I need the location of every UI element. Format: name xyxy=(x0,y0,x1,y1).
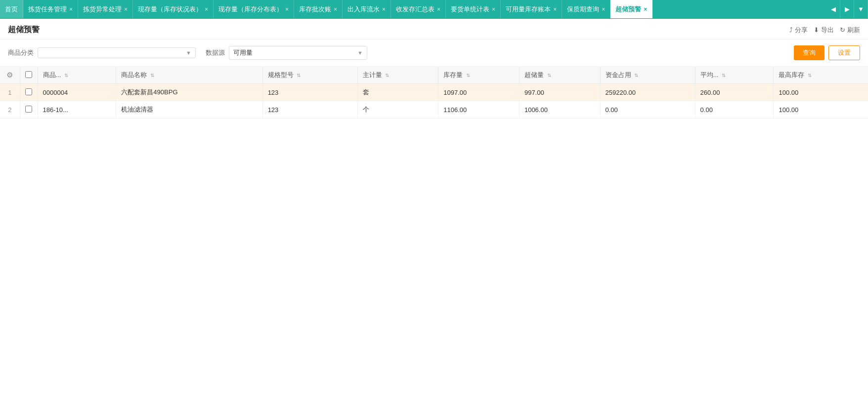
th-spec-label: 规格型号 xyxy=(268,71,294,79)
cell-stock: 1106.00 xyxy=(438,101,520,118)
th-unit[interactable]: 主计量 ⇅ xyxy=(357,67,438,84)
cell-product-code: 0000004 xyxy=(38,84,116,101)
cell-spec: 123 xyxy=(262,84,357,101)
th-product-code-label: 商品... xyxy=(43,71,61,79)
sort-icon-capital: ⇅ xyxy=(634,73,638,78)
th-max-stock[interactable]: 最高库存 ⇅ xyxy=(774,67,868,84)
cell-max-stock: 100.00 xyxy=(774,84,868,101)
th-capital[interactable]: 资金占用 ⇅ xyxy=(600,67,695,84)
th-avg-label: 平均... xyxy=(700,71,719,79)
nav-item-库存批次账[interactable]: 库存批次账× xyxy=(294,0,343,18)
cell-overstock: 1006.00 xyxy=(519,101,600,118)
query-button[interactable]: 查询 xyxy=(794,45,825,60)
nav-item-保质期查询[interactable]: 保质期查询× xyxy=(562,0,610,18)
datasource-value: 可用量 xyxy=(233,48,253,57)
nav-item-超储预警[interactable]: 超储预警× xyxy=(610,0,652,18)
datasource-chevron-icon: ▼ xyxy=(357,50,363,56)
category-filter: 商品分类 ▼ xyxy=(8,47,196,58)
sort-icon-product-code: ⇅ xyxy=(64,73,68,78)
nav-close-icon[interactable]: × xyxy=(69,6,73,13)
nav-item-可用量库存账本[interactable]: 可用量库存账本× xyxy=(501,0,562,18)
sort-icon-product-name: ⇅ xyxy=(150,73,154,78)
refresh-icon: ↻ xyxy=(840,26,845,34)
row-checkbox[interactable] xyxy=(25,106,32,113)
cell-product-name: 六配套新昌490BPG xyxy=(116,84,262,101)
nav-bar: 首页拣货任务管理×拣货异常处理×现存量（库存状况表）×现存量（库存分布表）×库存… xyxy=(0,0,868,19)
sort-icon-avg: ⇅ xyxy=(722,73,726,78)
page-content: 超储预警 ⤴ 分享 ⬇ 导出 ↻ 刷新 商品分类 ▼ 数据源 xyxy=(0,19,868,395)
cell-avg: 0.00 xyxy=(695,101,774,118)
th-avg[interactable]: 平均... ⇅ xyxy=(695,67,774,84)
th-max-stock-label: 最高库存 xyxy=(779,71,804,79)
th-checkbox xyxy=(20,67,38,84)
settings-button[interactable]: 设置 xyxy=(828,45,860,60)
nav-close-icon[interactable]: × xyxy=(334,6,337,13)
nav-item-出入库流水[interactable]: 出入库流水× xyxy=(343,0,391,18)
cell-avg: 260.00 xyxy=(695,84,774,101)
nav-prev-btn[interactable]: ◀ xyxy=(826,0,840,18)
th-stock-label: 库存量 xyxy=(443,71,463,79)
category-select[interactable]: ▼ xyxy=(38,47,196,58)
refresh-button[interactable]: ↻ 刷新 xyxy=(840,26,860,35)
share-button[interactable]: ⤴ 分享 xyxy=(789,26,808,35)
nav-close-icon[interactable]: × xyxy=(492,6,495,13)
filter-area: 商品分类 ▼ 数据源 可用量 ▼ 查询 设置 xyxy=(0,40,868,67)
cell-product-name: 机油滤清器 xyxy=(116,101,262,118)
th-unit-label: 主计量 xyxy=(363,71,382,79)
select-all-checkbox[interactable] xyxy=(25,71,32,78)
cell-stock: 1097.00 xyxy=(438,84,520,101)
th-product-code[interactable]: 商品... ⇅ xyxy=(38,67,116,84)
category-chevron-icon: ▼ xyxy=(186,50,191,56)
cell-unit: 个 xyxy=(357,101,438,118)
nav-close-icon[interactable]: × xyxy=(285,6,289,13)
export-icon: ⬇ xyxy=(814,26,819,34)
nav-more-btn[interactable]: ▼ xyxy=(854,0,868,18)
nav-item-拣货异常处理[interactable]: 拣货异常处理× xyxy=(78,0,133,18)
nav-close-icon[interactable]: × xyxy=(602,6,605,13)
nav-item-要货单统计表[interactable]: 要货单统计表× xyxy=(446,0,501,18)
column-settings-icon[interactable]: ⚙ xyxy=(6,71,13,79)
th-stock[interactable]: 库存量 ⇅ xyxy=(438,67,520,84)
sort-icon-unit: ⇅ xyxy=(385,73,389,78)
row-checkbox[interactable] xyxy=(25,88,32,95)
th-product-name[interactable]: 商品名称 ⇅ xyxy=(116,67,262,84)
th-overstock[interactable]: 超储量 ⇅ xyxy=(519,67,600,84)
datasource-filter: 数据源 可用量 ▼ xyxy=(206,46,367,60)
sort-icon-overstock: ⇅ xyxy=(547,73,551,78)
th-settings: ⚙ xyxy=(0,67,20,84)
page-header: 超储预警 ⤴ 分享 ⬇ 导出 ↻ 刷新 xyxy=(0,19,868,40)
datasource-select[interactable]: 可用量 ▼ xyxy=(229,46,367,60)
cell-checkbox[interactable] xyxy=(20,101,38,118)
cell-spec: 123 xyxy=(262,101,357,118)
th-overstock-label: 超储量 xyxy=(524,71,544,79)
nav-next-btn[interactable]: ▶ xyxy=(840,0,854,18)
page-title: 超储预警 xyxy=(8,25,40,35)
nav-item-首页[interactable]: 首页 xyxy=(0,0,23,18)
cell-checkbox[interactable] xyxy=(20,84,38,101)
nav-item-拣货任务管理[interactable]: 拣货任务管理× xyxy=(23,0,78,18)
nav-close-icon[interactable]: × xyxy=(124,6,128,13)
nav-close-icon[interactable]: × xyxy=(437,6,440,13)
nav-item-现存量库存状况表[interactable]: 现存量（库存状况表）× xyxy=(133,0,214,18)
cell-index: 1 xyxy=(0,84,20,101)
cell-product-code: 186-10... xyxy=(38,101,116,118)
nav-close-icon[interactable]: × xyxy=(382,6,386,13)
sort-icon-max-stock: ⇅ xyxy=(808,73,812,78)
cell-max-stock: 100.00 xyxy=(774,101,868,118)
th-capital-label: 资金占用 xyxy=(606,71,631,79)
cell-capital: 259220.00 xyxy=(600,84,695,101)
table-container: ⚙ 商品... ⇅ 商品名称 ⇅ 规格型号 ⇅ xyxy=(0,67,868,118)
nav-item-收发存汇总表[interactable]: 收发存汇总表× xyxy=(391,0,446,18)
nav-item-现存量库存分布表[interactable]: 现存量（库存分布表）× xyxy=(214,0,294,18)
filter-buttons: 查询 设置 xyxy=(794,45,860,60)
nav-close-icon[interactable]: × xyxy=(644,6,647,13)
nav-close-icon[interactable]: × xyxy=(553,6,557,13)
table-row: 2 186-10... 机油滤清器 123 个 1106.00 1006.00 … xyxy=(0,101,868,118)
export-button[interactable]: ⬇ 导出 xyxy=(814,26,834,35)
th-spec[interactable]: 规格型号 ⇅ xyxy=(262,67,357,84)
nav-close-icon[interactable]: × xyxy=(205,6,208,13)
cell-index: 2 xyxy=(0,101,20,118)
cell-overstock: 997.00 xyxy=(519,84,600,101)
sort-icon-stock: ⇅ xyxy=(466,73,470,78)
table-row: 1 0000004 六配套新昌490BPG 123 套 1097.00 997.… xyxy=(0,84,868,101)
